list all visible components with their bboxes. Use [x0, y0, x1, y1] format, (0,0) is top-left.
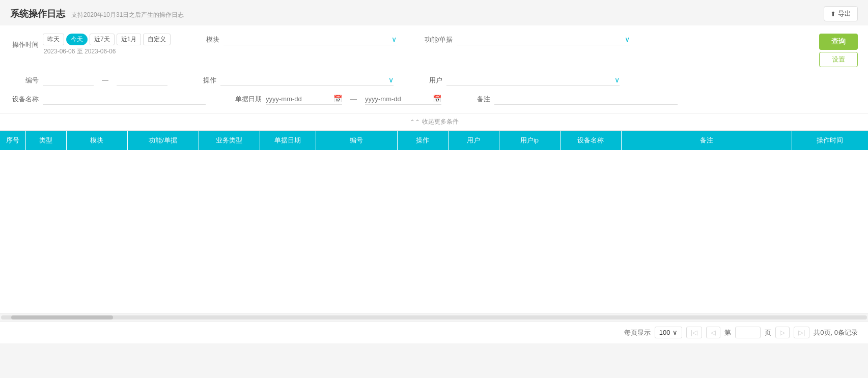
- operation-select[interactable]: ∨: [220, 74, 394, 86]
- table-header: 序号 类型 模块 功能/单据 业务类型 单据日期 编号 操作 用户 用户ip 设…: [0, 131, 868, 150]
- number-label: 编号: [10, 76, 39, 85]
- col-remark: 备注: [621, 131, 792, 150]
- settings-button[interactable]: 设置: [819, 52, 858, 67]
- col-user: 用户: [448, 131, 499, 150]
- page-last-button[interactable]: ▷|: [794, 327, 809, 338]
- time-filter-item: 操作时间 昨天 今天 近7天 近1月 自定义 2023-06-06 至 2023…: [10, 34, 171, 56]
- scrollbar-thumb[interactable]: [11, 315, 113, 319]
- per-page-select[interactable]: 100 ∨: [655, 327, 682, 338]
- device-label: 设备名称: [10, 95, 39, 104]
- date-to-input[interactable]: [365, 95, 433, 103]
- horizontal-scrollbar[interactable]: [0, 313, 868, 321]
- scrollbar-track[interactable]: [1, 315, 867, 319]
- export-label: 导出: [838, 9, 851, 18]
- calendar-to-icon[interactable]: 📅: [433, 95, 441, 103]
- operation-chevron-icon: ∨: [388, 76, 394, 84]
- collapse-bar[interactable]: ⌃⌃ 收起更多条件: [0, 113, 868, 131]
- per-page-chevron-icon: ∨: [673, 329, 678, 336]
- module-select[interactable]: ∨: [223, 34, 397, 45]
- per-page-value: 100: [659, 329, 670, 336]
- time-label: 操作时间: [10, 40, 39, 49]
- remark-filter-item: 备注: [462, 94, 678, 105]
- col-biz-type: 业务类型: [199, 131, 260, 150]
- user-select[interactable]: ∨: [446, 74, 620, 86]
- voucher-date-label: 单据日期: [226, 95, 262, 104]
- page-first-button[interactable]: |◁: [686, 327, 702, 338]
- function-chevron-icon: ∨: [625, 35, 630, 43]
- table-header-row: 序号 类型 模块 功能/单据 业务类型 单据日期 编号 操作 用户 用户ip 设…: [0, 131, 868, 150]
- module-chevron-icon: ∨: [391, 35, 397, 43]
- time-btn-1month[interactable]: 近1月: [117, 34, 142, 45]
- col-number: 编号: [316, 131, 397, 150]
- time-range: 2023-06-06 至 2023-06-06: [43, 47, 171, 56]
- page-header: 系统操作日志 支持2020年10月31日之后产生的操作日志 ⬆ 导出: [0, 0, 868, 25]
- operation-filter-item: 操作 ∨: [188, 74, 394, 86]
- col-operation: 操作: [397, 131, 448, 150]
- time-btn-7days[interactable]: 近7天: [90, 34, 115, 45]
- filter-row-3: 设备名称 单据日期 📅 — 📅 备注: [10, 93, 858, 105]
- data-table: 序号 类型 模块 功能/单据 业务类型 单据日期 编号 操作 用户 用户ip 设…: [0, 131, 868, 150]
- date-from-wrapper: 📅: [266, 93, 342, 105]
- time-btn-today[interactable]: 今天: [66, 34, 88, 45]
- date-from-input[interactable]: [266, 95, 333, 103]
- user-input[interactable]: [446, 76, 612, 84]
- operation-label: 操作: [188, 76, 216, 85]
- col-type: 类型: [25, 131, 66, 150]
- number-dash: —: [102, 76, 108, 84]
- page-next-button[interactable]: ▷: [775, 327, 790, 338]
- module-input[interactable]: [223, 36, 389, 43]
- table-container: 序号 类型 模块 功能/单据 业务类型 单据日期 编号 操作 用户 用户ip 设…: [0, 131, 868, 313]
- calendar-from-icon[interactable]: 📅: [333, 95, 342, 103]
- col-user-ip: 用户ip: [499, 131, 560, 150]
- collapse-icon: ⌃⌃: [410, 119, 420, 126]
- collapse-label: 收起更多条件: [422, 118, 459, 126]
- time-btn-yesterday[interactable]: 昨天: [43, 34, 64, 45]
- per-page-label: 每页显示: [624, 328, 651, 337]
- page-input[interactable]: 1: [735, 327, 761, 338]
- time-btn-custom[interactable]: 自定义: [143, 34, 171, 45]
- date-dash: —: [350, 95, 357, 103]
- page-container: 系统操作日志 支持2020年10月31日之后产生的操作日志 ⬆ 导出 操作时间 …: [0, 0, 868, 343]
- col-voucher-date: 单据日期: [260, 131, 316, 150]
- number-filter-item: 编号 —: [10, 75, 167, 86]
- function-input[interactable]: [457, 36, 623, 43]
- function-select[interactable]: ∨: [457, 34, 630, 45]
- filter-panel: 操作时间 昨天 今天 近7天 近1月 自定义 2023-06-06 至 2023…: [0, 25, 868, 113]
- page-title: 系统操作日志: [10, 8, 65, 20]
- remark-input[interactable]: [494, 94, 678, 105]
- col-device-name: 设备名称: [560, 131, 621, 150]
- user-label: 用户: [414, 76, 442, 85]
- page-unit: 页: [765, 328, 771, 337]
- number-input-to[interactable]: [117, 75, 167, 86]
- user-chevron-icon: ∨: [614, 76, 620, 84]
- device-input[interactable]: [43, 94, 206, 105]
- filter-row-2: 编号 — 操作 ∨ 用户 ∨: [10, 74, 858, 86]
- page-prev-button[interactable]: ◁: [706, 327, 720, 338]
- col-op-time: 操作时间: [792, 131, 868, 150]
- user-filter-item: 用户 ∨: [414, 74, 620, 86]
- operation-input[interactable]: [220, 76, 386, 84]
- date-to-wrapper: 📅: [365, 93, 441, 105]
- remark-label: 备注: [462, 95, 490, 104]
- empty-area: [0, 150, 868, 313]
- col-module: 模块: [66, 131, 127, 150]
- function-label: 功能/单据: [417, 35, 453, 44]
- module-label: 模块: [191, 35, 219, 44]
- total-info: 共0页, 0条记录: [814, 328, 858, 337]
- voucher-date-filter-item: 单据日期 📅 — 📅: [226, 93, 441, 105]
- export-icon: ⬆: [830, 10, 836, 18]
- collapse-button[interactable]: ⌃⌃ 收起更多条件: [410, 118, 459, 126]
- action-buttons: 查询 设置: [819, 34, 858, 67]
- page-subtitle: 支持2020年10月31日之后产生的操作日志: [71, 11, 184, 19]
- module-filter-item: 模块 ∨: [191, 34, 397, 45]
- device-filter-item: 设备名称: [10, 94, 206, 105]
- query-button[interactable]: 查询: [819, 34, 858, 50]
- export-button[interactable]: ⬆ 导出: [824, 6, 858, 21]
- filter-row-1: 操作时间 昨天 今天 近7天 近1月 自定义 2023-06-06 至 2023…: [10, 34, 858, 67]
- number-input-from[interactable]: [43, 75, 94, 86]
- col-function: 功能/单据: [127, 131, 199, 150]
- title-area: 系统操作日志 支持2020年10月31日之后产生的操作日志: [10, 8, 184, 20]
- time-filter-area: 昨天 今天 近7天 近1月 自定义 2023-06-06 至 2023-06-0…: [43, 34, 171, 56]
- function-filter-item: 功能/单据 ∨: [417, 34, 630, 45]
- page-label: 第: [724, 328, 731, 337]
